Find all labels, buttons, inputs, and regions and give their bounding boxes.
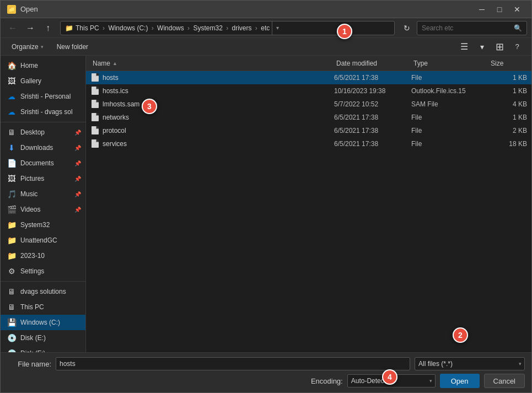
settings-icon: ⚙	[7, 267, 16, 276]
annotation-1: 1	[337, 24, 352, 39]
pin-icon-desktop: 📌	[74, 130, 81, 136]
sidebar-item-music[interactable]: 🎵 Music 📌	[1, 186, 85, 202]
file-size-services: 18 KB	[488, 140, 527, 148]
sidebar-item-srishti-personal[interactable]: ☁ Srishti - Personal	[1, 89, 85, 104]
downloads-icon: ⬇	[7, 143, 16, 152]
col-header-size[interactable]: Size	[488, 60, 527, 67]
sidebar-item-srishti-dvags[interactable]: ☁ Srishti - dvags sol	[1, 104, 85, 120]
new-folder-button[interactable]: New folder	[52, 41, 93, 52]
col-header-name[interactable]: Name ▲	[90, 60, 334, 67]
path-segment-system32[interactable]: System32	[193, 24, 222, 32]
sidebar-label-disk-f: Disk (F:)	[20, 349, 81, 352]
file-size-protocol: 2 KB	[488, 127, 527, 134]
sidebar-item-disk-e[interactable]: 💿 Disk (E:)	[1, 330, 85, 346]
file-row-protocol[interactable]: protocol 6/5/2021 17:38 File 2 KB	[86, 124, 531, 137]
toolbar: ← → ↑ 📁 This PC › Windows (C:) › Windows…	[1, 18, 531, 38]
sidebar-label-unattendgc: UnattendGC	[20, 236, 81, 244]
sidebar-label-downloads: Downloads	[20, 144, 70, 152]
encoding-row: Encoding: Auto-Detect ▾ Open Cancel	[7, 374, 525, 388]
sidebar-item-this-pc[interactable]: 🖥 This PC	[1, 299, 85, 315]
sidebar-label-videos: Videos	[20, 206, 70, 213]
file-icon-networks	[90, 113, 99, 122]
file-type-select[interactable]: All files (*.*)	[415, 357, 525, 370]
search-icon: 🔍	[514, 24, 522, 32]
file-name-networks: networks	[103, 114, 334, 121]
view-list-button[interactable]: ☰	[456, 40, 472, 53]
file-date-protocol: 6/5/2021 17:38	[334, 127, 411, 134]
sidebar-item-videos[interactable]: 🎬 Videos 📌	[1, 202, 85, 217]
view-controls: ☰ ▾ ⊞ ?	[456, 40, 525, 53]
file-row-services[interactable]: services 6/5/2021 17:38 File 18 KB	[86, 137, 531, 150]
path-segment-windows-c[interactable]: Windows (C:)	[108, 24, 148, 32]
back-button[interactable]: ←	[5, 20, 20, 36]
sidebar-item-settings[interactable]: ⚙ Settings	[1, 263, 85, 279]
file-icon-protocol	[90, 126, 99, 135]
search-input[interactable]	[422, 24, 512, 32]
sidebar-item-system32[interactable]: 📁 System32	[1, 217, 85, 233]
col-header-date[interactable]: Date modified	[334, 60, 411, 67]
up-button[interactable]: ↑	[40, 20, 56, 36]
path-segment-windows[interactable]: Windows	[157, 24, 184, 32]
sidebar-item-downloads[interactable]: ⬇ Downloads 📌	[1, 140, 85, 155]
file-date-hosts: 6/5/2021 17:38	[334, 74, 411, 82]
file-icon-hosts	[90, 73, 99, 82]
documents-icon: 📄	[7, 159, 16, 168]
file-row-hosts-ics[interactable]: hosts.ics 10/16/2023 19:38 Outlook.File.…	[86, 84, 531, 98]
home-icon: 🏠	[7, 61, 16, 70]
file-date-networks: 6/5/2021 17:38	[334, 114, 411, 121]
address-dropdown-button[interactable]: ▾	[272, 21, 283, 35]
sidebar-label-windows-c: Windows (C:)	[20, 319, 81, 326]
file-name-services: services	[103, 140, 334, 148]
file-row-hosts[interactable]: hosts 6/5/2021 17:38 File 1 KB	[86, 71, 531, 84]
path-segment-thispc[interactable]: This PC	[76, 24, 99, 32]
sidebar-item-pictures[interactable]: 🖼 Pictures 📌	[1, 171, 85, 186]
sidebar-item-gallery[interactable]: 🖼 Gallery	[1, 73, 85, 89]
file-name-input[interactable]	[56, 357, 410, 370]
sidebar-item-documents[interactable]: 📄 Documents 📌	[1, 155, 85, 171]
sidebar-label-this-pc: This PC	[20, 303, 81, 311]
view-dropdown-button[interactable]: ▾	[474, 40, 490, 53]
col-header-type[interactable]: Type	[411, 60, 488, 67]
minimize-button[interactable]: ─	[474, 4, 490, 15]
file-type-wrapper: All files (*.*) ▾	[410, 357, 525, 370]
sidebar-item-2023-10[interactable]: 📁 2023-10	[1, 248, 85, 263]
cancel-button[interactable]: Cancel	[484, 374, 525, 388]
sidebar-item-disk-f[interactable]: 💿 Disk (F:)	[1, 346, 85, 352]
file-type-protocol: File	[411, 127, 488, 134]
file-name-hosts-ics: hosts.ics	[103, 87, 334, 95]
help-button[interactable]: ?	[509, 40, 525, 53]
organize-button[interactable]: Organize ▾	[7, 41, 48, 52]
view-pane-button[interactable]: ⊞	[492, 40, 507, 53]
sidebar-item-windows-c[interactable]: 💾 Windows (C:)	[1, 315, 85, 330]
videos-icon: 🎬	[7, 205, 16, 214]
forward-button[interactable]: →	[23, 20, 38, 36]
maximize-button[interactable]: □	[492, 4, 507, 15]
file-size-lmhosts: 4 KB	[488, 100, 527, 108]
dialog-title: Open	[20, 5, 38, 13]
system32-icon: 📁	[7, 220, 16, 229]
dvags-solutions-icon: 🖥	[7, 287, 16, 296]
pin-icon-pictures: 📌	[74, 176, 81, 182]
file-type-hosts: File	[411, 74, 488, 82]
refresh-button[interactable]: ↻	[399, 20, 415, 36]
sidebar-label-home: Home	[20, 62, 81, 69]
open-button[interactable]: Open	[440, 374, 480, 388]
sidebar-item-dvags-solutions[interactable]: 🖥 dvags solutions	[1, 284, 85, 299]
file-name-protocol: protocol	[103, 127, 334, 134]
file-size-hosts-ics: 1 KB	[488, 87, 527, 95]
cloud-icon-2: ☁	[7, 107, 16, 116]
path-segment-drivers[interactable]: drivers	[232, 24, 252, 32]
file-date-services: 6/5/2021 17:38	[334, 140, 411, 148]
close-button[interactable]: ✕	[509, 4, 525, 15]
encoding-label: Encoding:	[311, 377, 343, 385]
folder-icon: 📁	[65, 24, 73, 32]
search-box: 🔍	[417, 21, 527, 35]
sidebar-label-settings: Settings	[20, 267, 81, 275]
file-type-hosts-ics: Outlook.File.ics.15	[411, 87, 488, 95]
path-segment-etc[interactable]: etc	[261, 24, 270, 32]
pin-icon-music: 📌	[74, 191, 81, 197]
sidebar-item-unattendgc[interactable]: 📁 UnattendGC	[1, 233, 85, 248]
sidebar-item-home[interactable]: 🏠 Home	[1, 58, 85, 73]
sidebar-item-desktop[interactable]: 🖥 Desktop 📌	[1, 125, 85, 140]
file-name-label: File name:	[7, 360, 51, 368]
